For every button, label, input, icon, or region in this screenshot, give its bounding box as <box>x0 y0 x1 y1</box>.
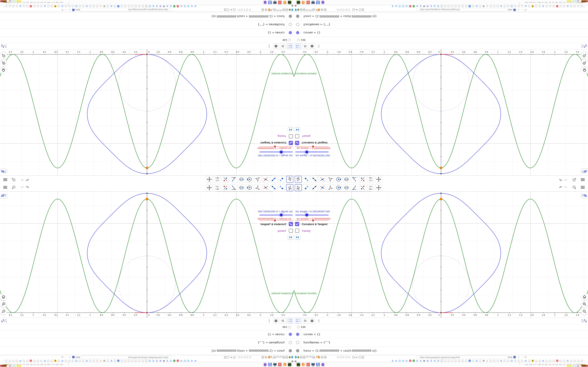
slider-thumb[interactable] <box>312 146 314 147</box>
gear-icon[interactable] <box>264 356 268 359</box>
menu-icon[interactable] <box>580 177 585 182</box>
tab-favicon-ring[interactable] <box>472 359 475 362</box>
tab-favicon-g[interactable]: G <box>190 5 193 8</box>
tab-favicon-ya[interactable]: R <box>30 359 32 362</box>
redo-icon[interactable]: ↷ <box>21 185 24 190</box>
menu-icon[interactable] <box>3 177 8 182</box>
algebra-row[interactable]: funcs = {1.00000000000 + cos(4.000000000… <box>294 12 588 20</box>
taskbar-app-firefox[interactable] <box>301 362 305 367</box>
list-header-row[interactable]: − List <box>294 37 588 43</box>
tool-polygon[interactable] <box>254 184 261 191</box>
tool-circle-center-point[interactable] <box>246 184 253 191</box>
tab-favicon-ring[interactable] <box>78 5 81 8</box>
taskbar-app-cat[interactable] <box>263 0 267 5</box>
tool-pan-view[interactable] <box>375 184 382 191</box>
zoom-in-button[interactable] <box>0 59 7 67</box>
tab-favicon-flower[interactable] <box>159 359 162 362</box>
lock-icon[interactable] <box>362 356 364 359</box>
tool-conic[interactable] <box>343 184 350 191</box>
tab-favicon-ring[interactable] <box>40 359 43 362</box>
zoom-out-button[interactable] <box>581 308 588 315</box>
tracing-checkbox[interactable] <box>289 229 293 233</box>
wrench-icon[interactable] <box>270 8 273 11</box>
stats-chevron-icon[interactable]: ^^ <box>519 363 520 365</box>
reload-icon[interactable]: ↻ <box>61 356 63 359</box>
tab-favicon-ya[interactable]: R <box>556 5 558 8</box>
tool-pan-view[interactable] <box>375 176 382 183</box>
tab-favicon-ring[interactable] <box>51 5 53 8</box>
dotcircle-icon[interactable] <box>242 356 245 359</box>
tab-favicon-g[interactable]: G <box>180 5 182 8</box>
tab-favicon-g[interactable]: G <box>419 5 422 8</box>
curvature-tangent-checkbox[interactable] <box>295 222 299 226</box>
menu-icon[interactable] <box>3 185 8 190</box>
pause-icon[interactable] <box>295 5 297 7</box>
firefox-icon[interactable] <box>268 356 270 359</box>
bookmark-star-icon[interactable]: ☆ <box>69 356 71 359</box>
algebra-row[interactable]: funcs = {1.00000000000 + cos(4.000000000… <box>0 12 294 20</box>
gauge-icon[interactable] <box>309 8 312 11</box>
tab-overflow-icon[interactable]: ^ <box>3 5 4 8</box>
tab-favicon-green[interactable] <box>413 359 415 362</box>
arc-position-slider[interactable] <box>259 145 293 148</box>
tab-favicon-ring[interactable] <box>89 359 92 362</box>
taskbar-app-cat[interactable] <box>321 0 325 5</box>
tool-intersect-lines[interactable] <box>319 184 326 191</box>
curvature-value-point[interactable] <box>146 198 148 200</box>
collapse-icon[interactable]: − <box>288 39 291 41</box>
tool-line-point[interactable] <box>359 176 366 183</box>
olive-icon[interactable] <box>288 356 291 359</box>
redo-icon[interactable]: ↷ <box>564 177 567 182</box>
tab-favicon-ring[interactable] <box>580 359 583 362</box>
kebab-menu-icon[interactable] <box>317 319 320 323</box>
algebra-row[interactable]: curves = {} <box>0 28 294 37</box>
tab-favicon-sphere[interactable] <box>398 359 401 362</box>
tab-favicon-g[interactable]: G <box>166 359 169 362</box>
forward-icon[interactable]: → <box>64 356 67 359</box>
tab-favicon-gear[interactable] <box>103 5 105 8</box>
slider-thumb[interactable] <box>280 214 283 216</box>
tab-favicon-w[interactable]: W <box>163 359 165 362</box>
tab-favicon-ring[interactable] <box>23 359 25 362</box>
tool-move-cursor[interactable] <box>286 176 293 183</box>
tab-favicon-blue[interactable] <box>117 5 120 8</box>
tool-line-point[interactable] <box>222 184 229 191</box>
tab-favicon-ring[interactable] <box>535 359 537 362</box>
tab-favicon-sphere[interactable] <box>437 5 440 8</box>
arc-length-slider[interactable] <box>259 151 293 153</box>
tab-favicon-sphere[interactable] <box>402 359 404 362</box>
tab-overflow-icon[interactable]: ^ <box>3 359 4 362</box>
folder-icon[interactable] <box>352 8 355 11</box>
tab-favicon-ring[interactable] <box>93 5 95 8</box>
tab-favicon-g[interactable]: G <box>406 359 408 362</box>
tab-favicon-ring[interactable] <box>545 5 548 8</box>
shield-icon[interactable] <box>226 356 229 359</box>
address-bar[interactable]: https://www.geogebra.org/classic/aagcxh3… <box>416 356 508 359</box>
gear-icon[interactable] <box>320 356 324 359</box>
bookmark-star-icon[interactable]: ☆ <box>517 356 519 359</box>
tab-favicon-ring[interactable] <box>12 5 15 8</box>
tab-favicon-ring[interactable] <box>528 359 530 362</box>
dotcircle-icon[interactable] <box>237 8 240 11</box>
tab-favicon-ring[interactable] <box>570 359 572 362</box>
visibility-marble-blue[interactable] <box>289 333 292 336</box>
tab-favicon-ring[interactable] <box>507 359 510 362</box>
taskbar-app-firefox[interactable] <box>301 0 305 5</box>
tab-favicon-g[interactable]: G <box>430 5 432 8</box>
tab-favicon-ring[interactable] <box>131 359 134 362</box>
tab-favicon-info[interactable]: i <box>441 5 443 8</box>
tool-line[interactable] <box>311 184 318 191</box>
bookmark-star-icon[interactable]: ☆ <box>517 8 519 11</box>
tab-favicon-g[interactable]: G <box>43 359 46 362</box>
dotcircle-icon[interactable] <box>337 356 340 359</box>
tab-favicon-ring[interactable] <box>5 359 8 362</box>
tab-favicon-ring[interactable] <box>72 359 74 362</box>
tab-favicon-ring[interactable] <box>454 5 457 8</box>
tool-intersect-lines[interactable] <box>319 176 326 183</box>
tracing-checkbox[interactable] <box>289 134 293 138</box>
tab-favicon-ring[interactable] <box>560 5 562 8</box>
address-bar[interactable]: https://www.geogebra.org/classic/aagcxh3… <box>80 8 172 11</box>
folder-icon[interactable] <box>233 8 236 11</box>
tab-favicon-ring[interactable] <box>9 5 11 8</box>
globe-icon[interactable] <box>282 8 285 11</box>
